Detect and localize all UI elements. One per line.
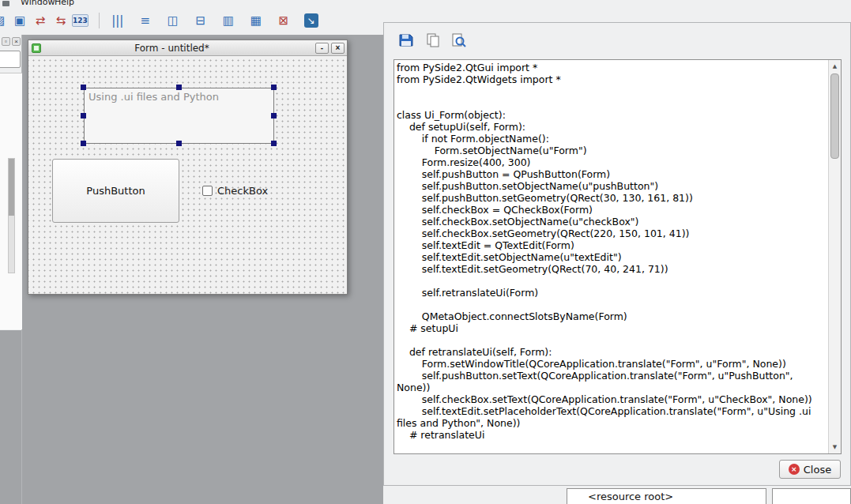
code-preview-dialog: from PySide2.QtGui import * from PySide2… xyxy=(383,22,851,486)
edit-tab-order-icon[interactable]: 123 xyxy=(72,14,88,27)
form-canvas[interactable]: Using .ui files and Python PushButton Ch… xyxy=(28,56,347,294)
save-button[interactable] xyxy=(395,29,417,51)
widget-tool-icon[interactable]: ▨ xyxy=(0,10,9,31)
dock-close-button[interactable]: × xyxy=(12,37,21,46)
form-close-button[interactable]: × xyxy=(331,43,345,54)
selection-handle[interactable] xyxy=(81,113,86,118)
layout-horizontal-icon[interactable]: ||| xyxy=(108,10,127,31)
checkbox-widget[interactable]: CheckBox xyxy=(202,175,282,207)
dialog-close-button[interactable]: × Close xyxy=(779,460,841,479)
selection-handle[interactable] xyxy=(271,113,277,118)
layout-vertical-icon[interactable]: ≡ xyxy=(136,10,155,31)
layout-horizontal-splitter-icon[interactable]: ◫ xyxy=(164,10,183,31)
widget-box-scrollbar[interactable] xyxy=(8,158,15,273)
edit-widgets-icon[interactable]: ▣ xyxy=(10,10,29,31)
form-window-titlebar[interactable]: Form - untitled* - × xyxy=(28,40,347,56)
scroll-up-arrow[interactable]: ▲ xyxy=(829,61,841,72)
scroll-down-arrow[interactable]: ▼ xyxy=(829,442,841,453)
selection-handle[interactable] xyxy=(81,85,86,90)
form-window-title: Form - untitled* xyxy=(28,43,315,54)
textedit-widget[interactable]: Using .ui files and Python xyxy=(84,88,274,144)
menu-window[interactable]: Window xyxy=(21,0,55,7)
resource-view-fragment xyxy=(772,488,851,504)
save-icon xyxy=(398,32,414,48)
menu-help[interactable]: Help xyxy=(55,0,74,7)
layout-form-icon[interactable]: ▥ xyxy=(219,10,238,31)
copy-button[interactable] xyxy=(422,29,444,51)
dock-float-button[interactable]: ▫ xyxy=(2,37,10,46)
mdi-area: Form - untitled* - × Using .ui files and… xyxy=(22,35,383,504)
find-button[interactable] xyxy=(447,29,469,51)
close-button-label: Close xyxy=(804,464,831,476)
find-icon xyxy=(450,32,466,48)
textedit-placeholder: Using .ui files and Python xyxy=(85,88,273,105)
checkbox-indicator[interactable] xyxy=(202,186,213,196)
code-scrollbar-thumb[interactable] xyxy=(830,73,839,159)
resource-root-item[interactable]: <resource root> xyxy=(588,491,673,502)
layout-vertical-splitter-icon[interactable]: ⊟ xyxy=(191,10,210,31)
widget-filter-input[interactable] xyxy=(0,51,21,68)
form-window-icon xyxy=(32,43,41,53)
close-circle-icon: × xyxy=(789,464,800,475)
widget-box-panel: ▫ × xyxy=(0,35,22,504)
edit-signals-slots-icon[interactable]: ⇄ xyxy=(31,10,50,31)
adjust-size-icon[interactable]: ↘ xyxy=(304,13,318,28)
code-text: from PySide2.QtGui import * from PySide2… xyxy=(394,60,828,453)
selection-handle[interactable] xyxy=(271,85,277,90)
menubar: Window Help xyxy=(0,0,851,7)
checkbox-label: CheckBox xyxy=(217,185,268,197)
edit-buddies-icon[interactable]: ⇆ xyxy=(51,10,70,31)
code-view[interactable]: from PySide2.QtGui import * from PySide2… xyxy=(393,59,842,454)
app-menu-icon xyxy=(2,1,9,6)
break-layout-icon[interactable]: ⊠ xyxy=(274,10,293,31)
qt-designer-window: Window Help ▨ ▣ ⇄ ⇆ 123 ||| ≡ ◫ ⊟ ▥ ▦ ⊠ … xyxy=(0,0,851,504)
resource-browser-fragment[interactable]: <resource root> xyxy=(567,488,766,504)
toolbar-separator xyxy=(99,13,100,28)
layout-grid-icon[interactable]: ▦ xyxy=(247,10,265,31)
selection-handle[interactable] xyxy=(176,85,182,90)
widget-box-scrollbar-thumb[interactable] xyxy=(9,159,14,216)
selection-handle[interactable] xyxy=(271,141,277,146)
dock-bottom-area xyxy=(0,330,21,504)
selection-handle[interactable] xyxy=(176,141,182,146)
form-minimize-button[interactable]: - xyxy=(315,43,329,54)
selection-handle[interactable] xyxy=(81,141,86,146)
form-editor-window: Form - untitled* - × Using .ui files and… xyxy=(28,39,348,295)
pushbutton-widget[interactable]: PushButton xyxy=(52,159,179,223)
copy-icon xyxy=(425,32,441,48)
code-scrollbar[interactable]: ▲ ▼ xyxy=(828,60,841,453)
